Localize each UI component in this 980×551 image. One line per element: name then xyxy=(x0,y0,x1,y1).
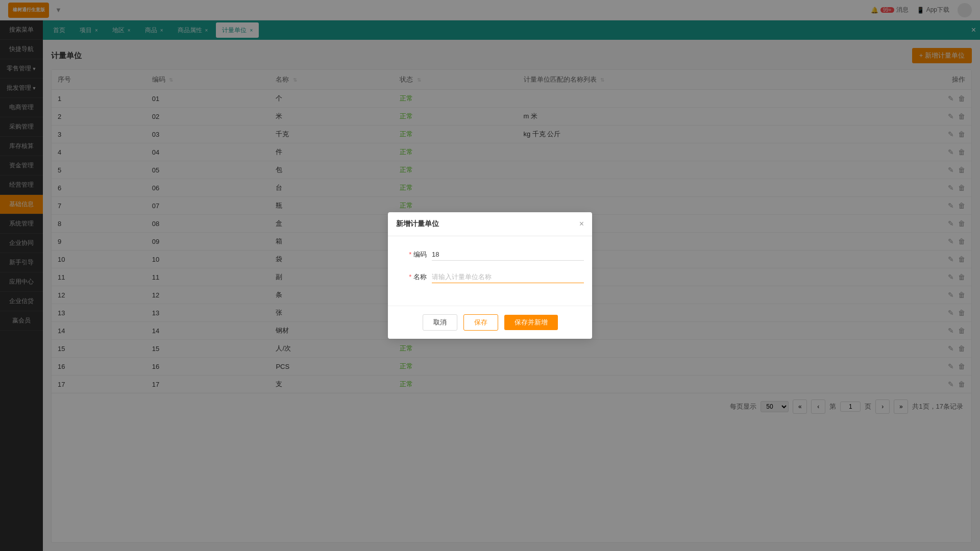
add-unit-modal: 新增计量单位 × 编码 名称 取消 保存 保存并新增 xyxy=(388,212,592,339)
name-input[interactable] xyxy=(432,271,584,283)
code-input[interactable] xyxy=(432,248,584,261)
name-form-row: 名称 xyxy=(396,271,584,283)
name-label: 名称 xyxy=(396,272,427,282)
modal-body: 编码 名称 xyxy=(388,236,592,306)
modal-overlay[interactable]: 新增计量单位 × 编码 名称 取消 保存 保存并新增 xyxy=(0,0,980,551)
code-label: 编码 xyxy=(396,250,427,259)
modal-footer: 取消 保存 保存并新增 xyxy=(388,306,592,339)
modal-close-button[interactable]: × xyxy=(579,219,584,229)
modal-header: 新增计量单位 × xyxy=(388,212,592,236)
modal-title: 新增计量单位 xyxy=(396,219,439,229)
code-form-row: 编码 xyxy=(396,248,584,261)
cancel-button[interactable]: 取消 xyxy=(423,314,457,331)
save-and-new-button[interactable]: 保存并新增 xyxy=(504,315,558,330)
save-button[interactable]: 保存 xyxy=(463,314,498,331)
